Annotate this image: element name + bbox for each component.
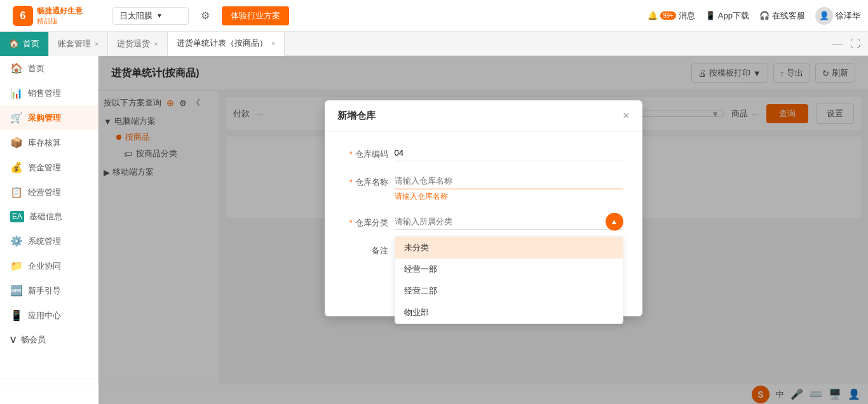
tab-purchase-return-close[interactable]: × <box>154 40 158 48</box>
sidebar-item-app-center[interactable]: 📱 应用中心 <box>0 303 98 328</box>
sidebar-vip-label: 畅会员 <box>21 334 46 346</box>
logo-badge: 精品版 <box>37 17 83 26</box>
sidebar-app-center-label: 应用中心 <box>28 310 61 321</box>
name-input-wrap: 请输入仓库名称 <box>395 173 623 202</box>
category-form-row: * 仓库分类 ▲ 未分类 经营一部 经营二部 物业部 <box>344 213 623 230</box>
dialog-header: 新增仓库 × <box>325 100 642 132</box>
sidebar-system-label: 系统管理 <box>28 236 61 247</box>
sidebar-enterprise-label: 企业协同 <box>28 260 61 272</box>
tab-controls: — ⛶ <box>830 37 868 51</box>
category-input-wrap: ▲ 未分类 经营一部 经营二部 物业部 <box>395 213 623 230</box>
sidebar-item-basic-info[interactable]: EA 基础信息 <box>0 205 98 229</box>
operations-icon: 📋 <box>10 186 23 198</box>
note-label: 备注 <box>344 241 395 257</box>
logo-area: 6 畅捷通好生意 精品版 <box>8 6 106 26</box>
tab-minimize-button[interactable]: — <box>830 37 845 51</box>
app-download-label: App下载 <box>718 10 749 22</box>
online-service-label: 在线客服 <box>772 10 805 22</box>
notification-button[interactable]: 🔔 99+ 消息 <box>648 10 695 22</box>
enterprise-icon: 📁 <box>10 260 23 272</box>
content-area: 进货单统计(按商品) 🖨 按模板打印 ▼ ↑ 导出 ↻ 刷新 <box>98 56 868 404</box>
name-error-message: 请输入仓库名称 <box>395 191 623 202</box>
tab-home-label: 首页 <box>23 38 39 50</box>
chevron-down-icon: ▼ <box>156 12 163 19</box>
sidebar-newbie-label: 新手引导 <box>28 285 61 297</box>
inventory-icon: 📦 <box>10 137 23 149</box>
dropdown-item-dept1[interactable]: 经营一部 <box>395 259 623 280</box>
store-name: 日太阳膜 <box>119 10 153 22</box>
top-header: 6 畅捷通好生意 精品版 日太阳膜 ▼ ⚙ 体验行业方案 🔔 99+ 消息 📱 … <box>0 0 868 32</box>
sidebar-item-finance[interactable]: 💰 资金管理 <box>0 155 98 180</box>
main-layout: 🏠 首页 📊 销售管理 🛒 采购管理 📦 库存核算 💰 资金管理 📋 经营管理 … <box>0 56 868 404</box>
tab-purchase-stats[interactable]: 进货单统计表（按商品） × <box>168 32 285 56</box>
add-warehouse-dialog: 新增仓库 × * 仓库编码 * <box>325 100 642 316</box>
username-label: 徐泽华 <box>836 10 860 22</box>
code-form-row: * 仓库编码 <box>344 145 623 161</box>
tab-purchase-stats-label: 进货单统计表（按商品） <box>177 37 268 49</box>
dialog-body: * 仓库编码 * 仓库名称 请输入仓库名称 <box>325 132 642 276</box>
dialog-title: 新增仓库 <box>337 110 376 122</box>
tab-maximize-button[interactable]: ⛶ <box>848 37 863 51</box>
category-input[interactable] <box>395 213 623 230</box>
sidebar: 🏠 首页 📊 销售管理 🛒 采购管理 📦 库存核算 💰 资金管理 📋 经营管理 … <box>0 56 98 404</box>
sidebar-item-purchase[interactable]: 🛒 采购管理 <box>0 105 98 130</box>
tab-accounts-label: 账套管理 <box>58 38 91 50</box>
dialog-close-button[interactable]: × <box>623 109 630 123</box>
name-label: * 仓库名称 <box>344 173 395 188</box>
notification-label: 消息 <box>679 10 695 22</box>
sidebar-basic-info-label: 基础信息 <box>29 211 62 222</box>
dropdown-item-property[interactable]: 物业部 <box>395 302 623 323</box>
phone-icon: 📱 <box>705 11 715 20</box>
category-select-toggle[interactable]: ▲ <box>606 213 623 231</box>
tab-accounts[interactable]: 账套管理 × <box>49 32 108 56</box>
app-center-icon: 📱 <box>10 309 23 321</box>
bell-icon: 🔔 <box>648 11 658 20</box>
sidebar-sales-label: 销售管理 <box>28 88 61 99</box>
notification-badge: 99+ <box>660 11 676 20</box>
sales-icon: 📊 <box>10 87 23 99</box>
sidebar-item-inventory[interactable]: 📦 库存核算 <box>0 130 98 155</box>
store-selector[interactable]: 日太阳膜 ▼ <box>112 7 189 25</box>
sidebar-finance-label: 资金管理 <box>28 162 61 173</box>
sidebar-item-sales[interactable]: 📊 销售管理 <box>0 81 98 105</box>
sidebar-item-system[interactable]: ⚙️ 系统管理 <box>0 229 98 253</box>
code-input[interactable] <box>395 145 623 161</box>
tab-accounts-close[interactable]: × <box>95 40 98 48</box>
name-input[interactable] <box>395 173 623 189</box>
sidebar-item-home[interactable]: 🏠 首页 <box>0 56 98 81</box>
home-icon: 🏠 <box>9 39 19 48</box>
avatar-icon: 👤 <box>815 7 833 25</box>
user-avatar[interactable]: 👤 徐泽华 <box>815 7 860 25</box>
basic-info-icon: EA <box>10 211 24 222</box>
sidebar-item-enterprise[interactable]: 📁 企业协同 <box>0 253 98 278</box>
sidebar-home-label: 首页 <box>28 63 44 74</box>
system-icon: ⚙️ <box>10 235 23 247</box>
logo-text: 畅捷通好生意 精品版 <box>37 6 83 26</box>
code-label: * 仓库编码 <box>344 145 395 160</box>
tab-home[interactable]: 🏠 首页 <box>0 32 49 56</box>
vip-icon: V <box>10 335 16 345</box>
dropdown-item-uncategorized[interactable]: 未分类 <box>395 237 623 259</box>
header-right: 🔔 99+ 消息 📱 App下载 🎧 在线客服 👤 徐泽华 <box>648 7 860 25</box>
home-sidebar-icon: 🏠 <box>10 62 23 74</box>
code-input-wrap <box>395 145 623 161</box>
sidebar-item-newbie[interactable]: 🆕 新手引导 <box>0 278 98 303</box>
logo-name: 畅捷通好生意 <box>37 6 83 17</box>
dropdown-item-dept2[interactable]: 经营二部 <box>395 280 623 302</box>
tab-purchase-return[interactable]: 进货退货 × <box>108 32 167 56</box>
headset-icon: 🎧 <box>759 11 770 20</box>
tab-bar: 🏠 首页 账套管理 × 进货退货 × 进货单统计表（按商品） × — ⛶ <box>0 32 868 56</box>
purchase-icon: 🛒 <box>10 112 23 124</box>
sidebar-operations-label: 经营管理 <box>28 187 61 198</box>
trial-button[interactable]: 体验行业方案 <box>222 6 289 25</box>
sidebar-item-vip[interactable]: V 畅会员 <box>0 328 98 352</box>
tab-purchase-stats-close[interactable]: × <box>271 39 275 47</box>
sidebar-item-operations[interactable]: 📋 经营管理 <box>0 180 98 205</box>
app-download-button[interactable]: 📱 App下载 <box>705 10 749 22</box>
settings-gear-button[interactable]: ⚙ <box>195 6 215 26</box>
sidebar-purchase-label: 采购管理 <box>28 112 61 124</box>
tab-purchase-return-label: 进货退货 <box>117 38 150 50</box>
category-label: * 仓库分类 <box>344 213 395 229</box>
sidebar-inventory-label: 库存核算 <box>28 137 61 149</box>
online-service-button[interactable]: 🎧 在线客服 <box>759 10 805 22</box>
